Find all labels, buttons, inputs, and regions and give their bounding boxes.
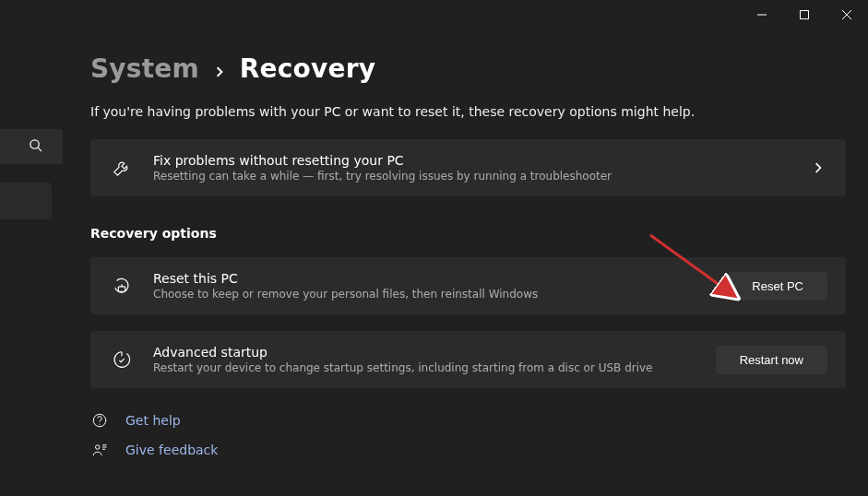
svg-point-1 — [30, 139, 39, 148]
breadcrumb: System Recovery — [90, 53, 846, 84]
svg-rect-0 — [801, 11, 809, 19]
reset-pc-icon — [109, 276, 135, 296]
recovery-options-heading: Recovery options — [90, 226, 846, 241]
give-feedback-link[interactable]: Give feedback — [125, 443, 218, 457]
reset-pc-subtitle: Choose to keep or remove your personal f… — [153, 288, 709, 301]
search-input[interactable] — [0, 129, 63, 164]
svg-rect-2 — [118, 287, 125, 292]
nav-item-selected[interactable] — [0, 183, 52, 219]
page-title: Recovery — [240, 53, 375, 84]
window-maximize-button[interactable] — [783, 0, 826, 30]
page-description: If you're having problems with your PC o… — [90, 104, 846, 119]
reset-pc-title: Reset this PC — [153, 271, 709, 286]
breadcrumb-parent[interactable]: System — [90, 53, 199, 84]
advanced-startup-card: Advanced startup Restart your device to … — [90, 331, 846, 388]
help-icon — [90, 412, 109, 429]
advanced-startup-title: Advanced startup — [153, 345, 697, 360]
svg-point-4 — [99, 424, 100, 425]
reset-pc-button[interactable]: Reset PC — [728, 272, 827, 301]
troubleshoot-card[interactable]: Fix problems without resetting your PC R… — [90, 139, 846, 196]
get-help-link[interactable]: Get help — [125, 413, 181, 428]
chevron-right-icon — [214, 53, 225, 84]
chevron-right-icon — [809, 162, 827, 173]
svg-point-5 — [96, 445, 101, 450]
reset-pc-card: Reset this PC Choose to keep or remove y… — [90, 257, 846, 314]
wrench-icon — [109, 158, 135, 178]
window-titlebar — [741, 0, 868, 30]
advanced-startup-subtitle: Restart your device to change startup se… — [153, 361, 697, 374]
troubleshoot-subtitle: Resetting can take a while — first, try … — [153, 170, 791, 183]
restart-now-button[interactable]: Restart now — [716, 346, 827, 374]
troubleshoot-title: Fix problems without resetting your PC — [153, 153, 791, 168]
feedback-icon — [90, 442, 109, 458]
window-minimize-button[interactable] — [741, 0, 783, 30]
search-icon — [29, 138, 42, 156]
window-close-button[interactable] — [826, 0, 868, 30]
advanced-startup-icon — [109, 349, 135, 370]
